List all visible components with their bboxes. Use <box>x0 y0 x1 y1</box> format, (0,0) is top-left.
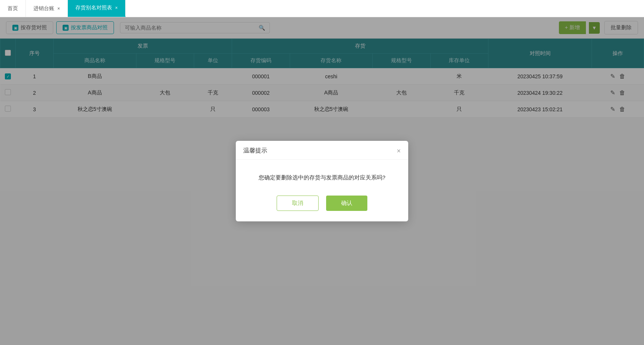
tab-mapping[interactable]: 存货别名对照表 × <box>68 0 126 17</box>
modal-confirm-button[interactable]: 确认 <box>326 196 367 211</box>
modal-title: 温馨提示 <box>243 147 267 155</box>
modal-footer: 取消 确认 <box>236 191 408 221</box>
tabs-bar: 首页 进销台账 × 存货别名对照表 × <box>0 0 644 17</box>
tab-mapping-close[interactable]: × <box>115 5 118 10</box>
modal-cancel-button[interactable]: 取消 <box>277 196 319 211</box>
content-area: ▣ 按存货对照 ▣ 按发票商品对照 🔍 + 新增 ▼ 批量删除 <box>0 17 644 345</box>
tab-ledger-label: 进销台账 <box>33 5 54 12</box>
modal-header: 温馨提示 × <box>236 141 408 160</box>
tab-ledger[interactable]: 进销台账 × <box>26 0 68 17</box>
modal-body: 您确定要删除选中的存货与发票商品的对应关系吗? <box>236 160 408 191</box>
modal-overlay: 温馨提示 × 您确定要删除选中的存货与发票商品的对应关系吗? 取消 确认 <box>0 17 644 345</box>
tab-home[interactable]: 首页 <box>0 0 26 17</box>
modal-close-icon[interactable]: × <box>397 148 401 154</box>
tab-mapping-label: 存货别名对照表 <box>75 4 112 11</box>
modal-box: 温馨提示 × 您确定要删除选中的存货与发票商品的对应关系吗? 取消 确认 <box>236 141 408 221</box>
tab-ledger-close[interactable]: × <box>57 6 60 11</box>
modal-message: 您确定要删除选中的存货与发票商品的对应关系吗? <box>259 174 385 181</box>
tab-home-label: 首页 <box>7 5 18 12</box>
